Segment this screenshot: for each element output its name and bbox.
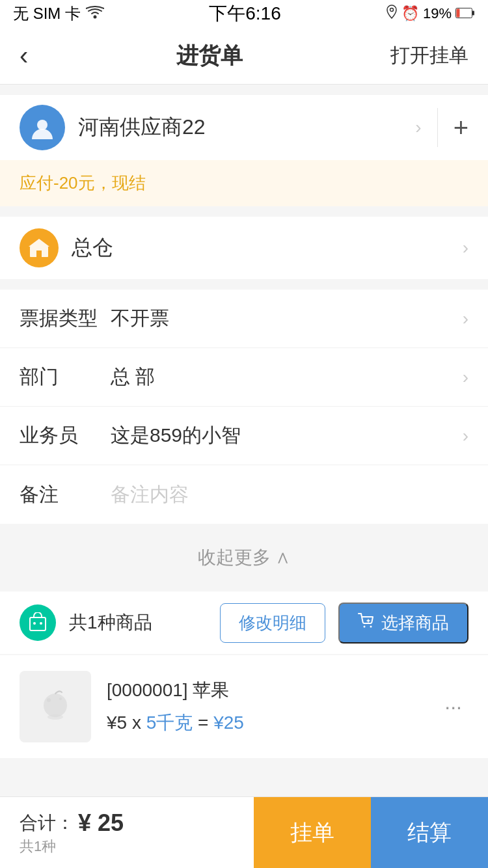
- quantity-value: 5千克: [146, 712, 193, 733]
- product-thumbnail: [20, 671, 91, 742]
- notice-text: 应付-20元，现结: [20, 173, 146, 193]
- svg-rect-8: [36, 251, 42, 257]
- hang-label: 挂单: [290, 818, 334, 848]
- product-item: [0000001] 苹果 ¥5 x 5千克 = ¥25 ···: [0, 655, 488, 758]
- location-icon: [386, 5, 398, 23]
- equals-symbol: =: [198, 712, 213, 733]
- total-price: ¥25: [213, 712, 244, 733]
- ticket-type-label: 票据类型: [20, 305, 111, 332]
- unit-price: ¥5: [107, 712, 127, 733]
- select-product-button[interactable]: 选择商品: [338, 603, 468, 644]
- cart-icon: [358, 613, 376, 633]
- back-button[interactable]: ‹: [20, 41, 28, 70]
- warehouse-icon: [20, 228, 59, 267]
- total-section: 合计： ¥ 25 共1种: [0, 809, 254, 856]
- department-value: 总 部: [111, 364, 456, 390]
- salesman-chevron-icon: ›: [463, 426, 468, 446]
- warehouse-chevron-icon: ›: [463, 237, 468, 258]
- warehouse-name: 总仓: [72, 234, 456, 262]
- total-amount-value: ¥ 25: [78, 809, 124, 837]
- product-count-text: 共1种商品: [69, 610, 207, 635]
- svg-point-16: [44, 694, 67, 717]
- svg-point-18: [47, 698, 51, 702]
- settle-label: 结算: [407, 818, 452, 848]
- status-left: 无 SIM 卡: [13, 3, 104, 24]
- status-bar: 无 SIM 卡 下午6:16 ⏰ 19%: [0, 0, 488, 27]
- salesman-value: 这是859的小智: [111, 422, 456, 449]
- supplier-add-button[interactable]: +: [454, 113, 468, 142]
- svg-point-1: [390, 8, 393, 12]
- supplier-name: 河南供应商22: [78, 113, 409, 142]
- section-gap-1: [0, 85, 488, 95]
- bottom-bar: 合计： ¥ 25 共1种 挂单 结算: [0, 796, 488, 868]
- settle-button[interactable]: 结算: [371, 797, 488, 869]
- product-name: [0000001] 苹果: [107, 678, 438, 703]
- salesman-label: 业务员: [20, 422, 111, 449]
- page-title: 进货单: [176, 41, 243, 71]
- nav-bar: ‹ 进货单 打开挂单: [0, 27, 488, 85]
- svg-point-5: [37, 120, 47, 130]
- supplier-divider: [437, 108, 438, 147]
- product-code: [0000001]: [107, 680, 188, 700]
- svg-point-12: [364, 625, 366, 627]
- warehouse-row[interactable]: 总仓 ›: [0, 217, 488, 279]
- total-label-text: 合计：: [20, 811, 74, 835]
- battery-text: 19%: [423, 5, 452, 22]
- salesman-row[interactable]: 业务员 这是859的小智 ›: [0, 407, 488, 465]
- department-chevron-icon: ›: [463, 367, 468, 388]
- product-info: [0000001] 苹果 ¥5 x 5千克 = ¥25: [107, 678, 438, 735]
- notice-banner: 应付-20元，现结: [0, 160, 488, 206]
- svg-point-13: [370, 625, 372, 627]
- product-more-button[interactable]: ···: [438, 688, 468, 726]
- ticket-type-chevron-icon: ›: [463, 308, 468, 329]
- carrier-text: 无 SIM 卡: [13, 3, 81, 24]
- status-right: ⏰ 19%: [386, 5, 475, 23]
- product-header: 共1种商品 修改明细 选择商品: [0, 591, 488, 654]
- collapse-label: 收起更多 ∧: [198, 545, 291, 570]
- remark-row[interactable]: 备注 备注内容: [0, 465, 488, 524]
- hang-button[interactable]: 挂单: [254, 797, 371, 869]
- department-label: 部门: [20, 364, 111, 390]
- svg-point-11: [40, 622, 42, 625]
- remark-placeholder: 备注内容: [111, 481, 468, 508]
- supplier-chevron-icon: ›: [415, 117, 421, 138]
- svg-point-10: [33, 622, 36, 625]
- supplier-avatar: [20, 105, 65, 150]
- svg-rect-4: [472, 11, 474, 16]
- svg-point-17: [47, 714, 63, 720]
- total-sub-text: 共1种: [20, 837, 234, 856]
- svg-rect-3: [457, 9, 460, 18]
- ticket-type-value: 不开票: [111, 305, 456, 332]
- total-label-row: 合计： ¥ 25: [20, 809, 234, 837]
- svg-point-0: [94, 16, 97, 19]
- product-price: ¥5 x 5千克 = ¥25: [107, 711, 438, 735]
- collapse-row[interactable]: 收起更多 ∧: [0, 534, 488, 581]
- supplier-info: 河南供应商22 ›: [20, 105, 422, 150]
- status-time: 下午6:16: [209, 1, 281, 26]
- ticket-type-row[interactable]: 票据类型 不开票 ›: [0, 290, 488, 348]
- select-product-label: 选择商品: [381, 612, 449, 634]
- battery-icon: [455, 5, 475, 22]
- form-section: 票据类型 不开票 › 部门 总 部 › 业务员 这是859的小智 › 备注 备注…: [0, 290, 488, 524]
- svg-marker-7: [29, 239, 49, 247]
- supplier-row[interactable]: 河南供应商22 › +: [0, 95, 488, 160]
- department-row[interactable]: 部门 总 部 ›: [0, 348, 488, 407]
- open-hang-button[interactable]: 打开挂单: [390, 42, 468, 69]
- product-title: 苹果: [193, 680, 229, 700]
- alarm-icon: ⏰: [401, 5, 419, 22]
- svg-rect-9: [30, 617, 46, 631]
- remark-label: 备注: [20, 481, 111, 508]
- multiply-symbol: x: [132, 712, 146, 733]
- product-count-icon: [20, 604, 56, 641]
- wifi-icon: [86, 5, 104, 23]
- modify-detail-button[interactable]: 修改明细: [220, 603, 325, 643]
- svg-point-19: [59, 698, 62, 700]
